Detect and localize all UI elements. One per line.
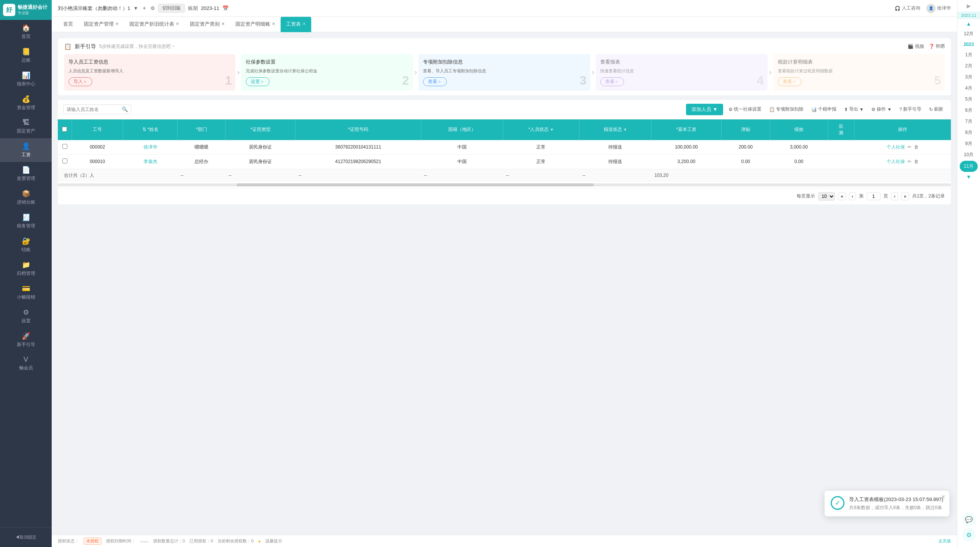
row1-name-link[interactable]: 徐泽华 [144, 144, 157, 150]
row1-social-link[interactable]: 个人社保 [887, 144, 905, 150]
month-6[interactable]: 6月 [957, 105, 980, 116]
refresh-action[interactable]: ↻ 刷新 [927, 105, 946, 114]
row2-select[interactable] [62, 158, 67, 163]
tab-salary[interactable]: 工资表 ✕ [281, 17, 311, 32]
guide-title: 新手引导 [75, 43, 96, 50]
tab-fixed-detail[interactable]: 固定资产明细账 ✕ [230, 17, 281, 32]
month-9[interactable]: 9月 [957, 138, 980, 149]
step-1-btn[interactable]: 导入＞ [69, 77, 92, 86]
tab-fixed-detail-close[interactable]: ✕ [272, 21, 275, 26]
h-scroll-thumb[interactable] [237, 183, 594, 186]
panel-action-chat[interactable]: 💬 [962, 513, 976, 526]
row2-name-link[interactable]: 李俊杰 [144, 159, 157, 164]
month-4[interactable]: 4月 [957, 83, 980, 94]
month-2[interactable]: 2月 [957, 60, 980, 72]
new-guide-action[interactable]: ? 新手引导 [897, 105, 924, 114]
account-dropdown-icon[interactable]: ▼ [133, 5, 138, 11]
scroll-up-button[interactable]: ▲ [965, 19, 973, 28]
tab-salary-close[interactable]: ✕ [302, 21, 306, 26]
charge-link[interactable]: 去充值 [938, 538, 951, 544]
operate-label: 操作 [877, 106, 886, 113]
next-page-button[interactable]: › [891, 193, 898, 200]
header-right: 🎧 人工咨询 👤 徐泽华 [895, 4, 951, 13]
version-switch-button[interactable]: 切到旧版 [158, 4, 185, 13]
year-2023[interactable]: 2023 [957, 39, 980, 49]
horizontal-scrollbar[interactable] [58, 183, 951, 186]
step-2-btn[interactable]: 设置＞ [246, 77, 270, 86]
step-5-btn[interactable]: 查看＞ [778, 77, 802, 86]
tab-fixed-cat-close[interactable]: ✕ [221, 21, 225, 26]
select-all-checkbox[interactable] [62, 127, 67, 132]
tab-fixed-cat[interactable]: 固定资产类别 ✕ [185, 17, 230, 32]
month-5[interactable]: 5月 [957, 94, 980, 105]
consult-button[interactable]: 🎧 人工咨询 [895, 5, 920, 11]
sidebar-item-home[interactable]: 🏠 首页 [0, 20, 52, 44]
row2-social-link[interactable]: 个人社保 [887, 159, 905, 164]
sidebar-item-inventory[interactable]: 📦 进销台账 [0, 186, 52, 209]
sidebar-item-tax[interactable]: 🧾 税务管理 [0, 209, 52, 233]
status-filter-icon[interactable]: ▼ [550, 127, 554, 132]
toast-close-button[interactable]: ✕ [941, 494, 946, 500]
search-icon[interactable]: 🔍 [122, 106, 128, 112]
month-7[interactable]: 7月 [957, 116, 980, 127]
tab-fixed-assets-close[interactable]: ✕ [115, 21, 119, 26]
sidebar-item-general-ledger[interactable]: 📒 总账 [0, 44, 52, 67]
search-input[interactable] [67, 107, 120, 112]
sidebar-item-archive[interactable]: 📁 归档管理 [0, 257, 52, 281]
calendar-icon[interactable]: 📅 [222, 5, 229, 11]
first-page-button[interactable]: « [838, 193, 846, 200]
step-3-btn[interactable]: 查看＞ [423, 77, 447, 86]
row2-delete-icon[interactable]: 🗑 [914, 159, 919, 164]
sidebar-item-expense[interactable]: 💳 小畅报销 [0, 281, 52, 304]
prev-page-button[interactable]: ‹ [849, 193, 856, 200]
sidebar-item-salary[interactable]: 👤 工资 [0, 138, 52, 162]
sidebar-item-guide[interactable]: 🚀 新手引导 [0, 328, 52, 352]
period-label: 账期 [188, 5, 198, 12]
page-label: 第 [859, 193, 864, 199]
tab-depreciation-close[interactable]: ✕ [176, 21, 179, 26]
tab-depreciation[interactable]: 固定资产折旧统计表 ✕ [124, 17, 185, 32]
month-11-active[interactable]: 11月 [960, 161, 978, 172]
toast-content: 导入工资表模板(2023-03-23 15:07:59.897) 共9条数据，成… [849, 496, 943, 511]
unpin-button[interactable]: ◀取消固定 [0, 531, 52, 543]
tab-home[interactable]: 首页 [58, 17, 78, 32]
sidebar-item-fixed-assets[interactable]: 🏗 固定资产 [0, 115, 52, 138]
month-12[interactable]: 12月 [957, 28, 980, 39]
personal-tax-action[interactable]: 📊 个税申报 [809, 105, 839, 114]
new-guide-label: 新手引导 [903, 106, 921, 113]
social-insurance-action[interactable]: ⚙ 统一社保设置 [726, 105, 764, 114]
sidebar-item-reports[interactable]: 📊 报表中心 [0, 67, 52, 91]
sidebar-item-settings[interactable]: ⚙ 设置 [0, 304, 52, 328]
auth-status-badge: 未授权 [83, 537, 101, 545]
page-input[interactable] [867, 193, 880, 200]
row2-edit-icon[interactable]: ✏ [908, 159, 911, 164]
month-3[interactable]: 3月 [957, 72, 980, 83]
month-1[interactable]: 1月 [957, 49, 980, 60]
send-filter-icon[interactable]: ▼ [623, 127, 627, 132]
sidebar-item-funds[interactable]: 💰 资金管理 [0, 91, 52, 115]
sidebar-item-invoice[interactable]: 📄 发票管理 [0, 162, 52, 186]
per-page-select[interactable]: 10 20 50 [818, 192, 835, 201]
tab-fixed-assets[interactable]: 固定资产管理 ✕ [78, 17, 124, 32]
panel-collapse-button[interactable]: ◀ [965, 2, 972, 11]
panel-action-settings[interactable]: ⚙ [962, 528, 976, 542]
close-guide-button[interactable]: ✕ [941, 42, 946, 48]
add-account-button[interactable]: ＋ [141, 4, 147, 12]
video-link[interactable]: 🎬 视频 [908, 43, 924, 50]
row1-edit-icon[interactable]: ✏ [908, 144, 911, 150]
step-4-btn[interactable]: 查看＞ [600, 77, 624, 86]
sidebar-item-member[interactable]: V 畅会员 [0, 352, 52, 375]
account-settings-button[interactable]: ⚙ [150, 5, 155, 11]
sidebar-item-closing[interactable]: 🔐 结账 [0, 233, 52, 257]
last-page-button[interactable]: » [901, 193, 909, 200]
operate-action[interactable]: ⚙ 操作 ▼ [869, 105, 894, 114]
special-deduction-action[interactable]: 📋 专项附加扣除 [767, 105, 806, 114]
row1-select[interactable] [62, 144, 67, 149]
row1-delete-icon[interactable]: 🗑 [914, 144, 919, 150]
export-action[interactable]: ⬆ 导出 ▼ [842, 105, 866, 114]
add-person-button[interactable]: 添加人员 ▼ [686, 104, 723, 115]
month-8[interactable]: 8月 [957, 127, 980, 138]
scroll-down-button[interactable]: ▼ [965, 172, 973, 181]
export-label: 导出 [849, 106, 858, 113]
month-10[interactable]: 10月 [957, 149, 980, 160]
